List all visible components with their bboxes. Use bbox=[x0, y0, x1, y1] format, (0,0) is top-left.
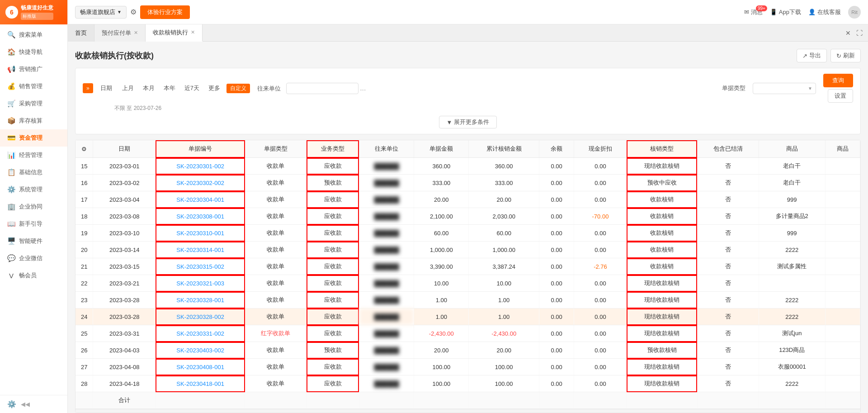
app-download-button[interactable]: 📱 App下载 bbox=[770, 8, 801, 16]
industry-solution-button[interactable]: 体验行业方案 bbox=[140, 5, 190, 19]
sidebar-item-marketing[interactable]: 📢 营销推广 bbox=[0, 61, 67, 78]
tab-home[interactable]: 首页 bbox=[68, 24, 94, 42]
cell-doc-no[interactable]: SK-20230321-003 bbox=[156, 275, 245, 292]
sidebar-item-corp[interactable]: 🏢 企业协同 bbox=[0, 198, 67, 215]
th-doc-no: 单据编号 bbox=[156, 140, 245, 158]
message-button[interactable]: ✉ 消息 99+ bbox=[744, 8, 763, 16]
sidebar-item-system[interactable]: ⚙️ 系统管理 bbox=[0, 181, 67, 198]
doc-no-link[interactable]: SK-20230302-002 bbox=[176, 180, 224, 186]
table-row[interactable]: 282023-04-18SK-20230418-001收款单应收款██████1… bbox=[75, 375, 860, 392]
sidebar-item-purchase[interactable]: 🛒 采购管理 bbox=[0, 95, 67, 112]
tab-close-button[interactable]: ✕ bbox=[844, 28, 853, 38]
cell-doc-no[interactable]: SK-20230302-002 bbox=[156, 175, 245, 191]
doc-no-link[interactable]: SK-20230403-002 bbox=[176, 347, 224, 354]
doc-no-link[interactable]: SK-20230328-002 bbox=[176, 313, 224, 320]
sidebar-item-basic[interactable]: 📋 基础信息 bbox=[0, 164, 67, 181]
cell-no: 23 bbox=[75, 292, 93, 309]
tab-collection-close-icon[interactable]: ✕ bbox=[191, 29, 195, 35]
cell-doc-no[interactable]: SK-20230408-001 bbox=[156, 359, 245, 375]
th-balance: 余额 bbox=[539, 140, 574, 158]
date-7days[interactable]: 近7天 bbox=[182, 83, 202, 93]
doc-no-link[interactable]: SK-20230331-002 bbox=[176, 330, 224, 337]
sidebar-item-sales[interactable]: 💰 销售管理 bbox=[0, 78, 67, 95]
sidebar-item-business[interactable]: 📊 经营管理 bbox=[0, 147, 67, 164]
cell-doc-no[interactable]: SK-20230315-002 bbox=[156, 258, 245, 275]
expand-more-button[interactable]: ▼ 展开更多条件 bbox=[439, 116, 497, 128]
cell-doc-no[interactable]: SK-20230301-002 bbox=[156, 158, 245, 175]
doc-no-link[interactable]: SK-20230408-001 bbox=[176, 364, 224, 370]
table-row[interactable]: 172023-03-04SK-20230304-001收款单应收款██████2… bbox=[75, 191, 860, 208]
date-this-month[interactable]: 本月 bbox=[140, 83, 157, 93]
date-this-year[interactable]: 本年 bbox=[161, 83, 178, 93]
doc-no-link[interactable]: SK-20230308-001 bbox=[176, 213, 224, 220]
date-custom-button[interactable]: 自定义 bbox=[226, 84, 250, 93]
table-row[interactable]: 212023-03-15SK-20230315-002收款单应收款██████3… bbox=[75, 258, 860, 275]
doc-no-link[interactable]: SK-20230310-001 bbox=[176, 230, 224, 237]
table-row[interactable]: 192023-03-10SK-20230310-001收款单应收款██████6… bbox=[75, 225, 860, 242]
table-row[interactable]: 242023-03-28SK-20230328-002收款单应收款██████1… bbox=[75, 309, 860, 325]
sidebar-settings-icon[interactable]: ⚙️ bbox=[7, 400, 16, 408]
cell-doc-no[interactable]: SK-20230304-001 bbox=[156, 191, 245, 208]
th-gear[interactable]: ⚙ bbox=[75, 140, 93, 158]
doc-no-link[interactable]: SK-20230315-002 bbox=[176, 263, 224, 270]
sidebar-item-quick[interactable]: 🏠 快捷导航 bbox=[0, 43, 67, 61]
table-row[interactable]: 202023-03-14SK-20230314-001收款单应收款██████1… bbox=[75, 242, 860, 258]
cell-doc-amount: 333.00 bbox=[414, 175, 469, 191]
cell-doc-type: 收款单 bbox=[245, 175, 307, 191]
cell-biz-type: 应收款 bbox=[307, 325, 359, 342]
app-download-label: App下载 bbox=[779, 8, 801, 16]
query-button[interactable]: 查询 bbox=[823, 74, 853, 87]
partner-dots[interactable]: ... bbox=[360, 84, 366, 92]
table-row[interactable]: 182023-03-08SK-20230308-001收款单应收款██████2… bbox=[75, 208, 860, 225]
table-row[interactable]: 232023-03-28SK-20230328-001收款单应收款██████1… bbox=[75, 292, 860, 309]
sidebar-item-finance[interactable]: 💳 资金管理 bbox=[0, 129, 67, 147]
doc-type-select[interactable] bbox=[753, 83, 816, 94]
table-row[interactable]: 222023-03-21SK-20230321-003收款单应收款██████1… bbox=[75, 275, 860, 292]
sidebar-item-wechat[interactable]: 💬 企业微信 bbox=[0, 250, 67, 267]
cell-doc-no[interactable]: SK-20230328-002 bbox=[156, 309, 245, 325]
table-row[interactable]: 152023-03-01SK-20230301-002收款单应收款██████3… bbox=[75, 158, 860, 175]
doc-no-link[interactable]: SK-20230304-001 bbox=[176, 196, 224, 203]
cell-discount: 0.00 bbox=[574, 191, 627, 208]
sidebar-item-guide[interactable]: 📖 新手引导 bbox=[0, 215, 67, 233]
cell-doc-no[interactable]: SK-20230314-001 bbox=[156, 242, 245, 258]
sidebar-collapse-icon[interactable]: ◀◀ bbox=[21, 401, 30, 408]
tab-maximize-icon[interactable]: ⛶ bbox=[854, 28, 864, 38]
column-settings-icon[interactable]: ⚙ bbox=[81, 146, 87, 152]
table-row[interactable]: 252023-03-31SK-20230331-002红字收款单应收款█████… bbox=[75, 325, 860, 342]
cell-doc-no[interactable]: SK-20230310-001 bbox=[156, 225, 245, 242]
settings-icon[interactable]: ⚙ bbox=[130, 8, 137, 16]
tab-prepay[interactable]: 预付应付单 ✕ bbox=[94, 24, 146, 42]
tab-prepay-close-icon[interactable]: ✕ bbox=[134, 30, 138, 36]
cell-doc-no[interactable]: SK-20230308-001 bbox=[156, 208, 245, 225]
sidebar-item-hardware[interactable]: 🖥️ 智能硬件 bbox=[0, 233, 67, 250]
cell-doc-no[interactable]: SK-20230328-001 bbox=[156, 292, 245, 309]
user-avatar[interactable]: Rit bbox=[848, 6, 861, 19]
cell-doc-no[interactable]: SK-20230331-002 bbox=[156, 325, 245, 342]
filter-expand-button[interactable]: » bbox=[83, 83, 93, 93]
sidebar-item-member[interactable]: V 畅会员 bbox=[0, 267, 67, 284]
tab-collection[interactable]: 收款核销执行 ✕ bbox=[146, 24, 203, 42]
refresh-button[interactable]: ↻ 刷新 bbox=[830, 49, 861, 62]
cell-partner: ██████ bbox=[359, 225, 414, 242]
sidebar-item-inventory[interactable]: 📦 库存核算 bbox=[0, 112, 67, 129]
table-row[interactable]: 262023-04-03SK-20230403-002收款单预收款██████2… bbox=[75, 342, 860, 359]
filter-settings-button[interactable]: 设置 bbox=[828, 89, 853, 103]
table-scrollbar[interactable] bbox=[75, 409, 860, 413]
online-service-button[interactable]: 👤 在线客服 bbox=[808, 8, 841, 16]
table-row[interactable]: 162023-03-02SK-20230302-002收款单预收款██████3… bbox=[75, 175, 860, 191]
doc-no-link[interactable]: SK-20230301-002 bbox=[176, 163, 224, 170]
doc-no-link[interactable]: SK-20230314-001 bbox=[176, 247, 224, 253]
doc-no-link[interactable]: SK-20230418-001 bbox=[176, 380, 224, 387]
date-prev-month[interactable]: 上月 bbox=[119, 83, 137, 93]
cell-doc-no[interactable]: SK-20230418-001 bbox=[156, 375, 245, 392]
cell-doc-no[interactable]: SK-20230403-002 bbox=[156, 342, 245, 359]
doc-no-link[interactable]: SK-20230321-003 bbox=[176, 280, 224, 287]
export-button[interactable]: ↗ 导出 bbox=[797, 49, 827, 62]
partner-input[interactable] bbox=[286, 83, 359, 94]
date-more[interactable]: 更多 bbox=[206, 83, 223, 93]
table-row[interactable]: 272023-04-08SK-20230408-001收款单应收款██████1… bbox=[75, 359, 860, 375]
sidebar-item-search[interactable]: 🔍 搜索菜单 bbox=[0, 26, 67, 43]
doc-no-link[interactable]: SK-20230328-001 bbox=[176, 297, 224, 304]
store-selector[interactable]: 畅康道旗舰店 ▼ bbox=[75, 6, 127, 19]
